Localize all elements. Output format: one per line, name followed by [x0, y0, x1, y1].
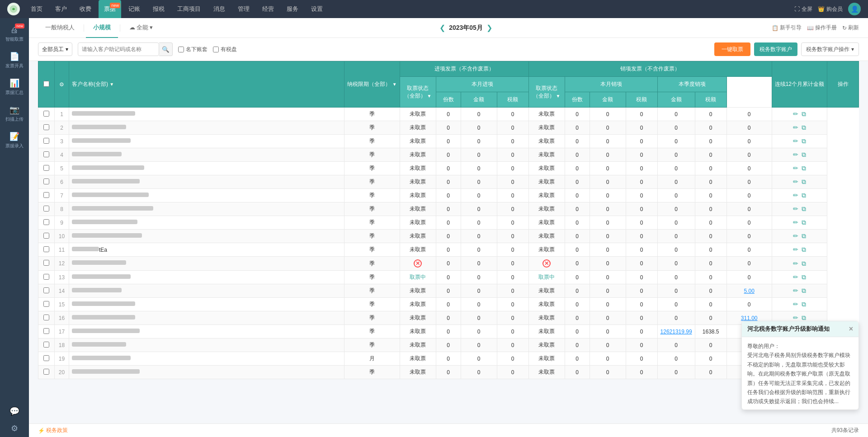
th-group-incoming: 进项发票（不含作废票）	[400, 61, 528, 77]
nav-bookkeeping[interactable]: 记账	[123, 0, 146, 18]
select-all-checkbox[interactable]	[43, 81, 49, 87]
nav-business[interactable]: 工商项目	[172, 0, 206, 18]
row-checkbox[interactable]	[43, 260, 49, 266]
nav-home[interactable]: 首页	[25, 0, 48, 18]
edit-icon[interactable]: ✏	[793, 137, 798, 145]
nav-billing[interactable]: 收费	[74, 0, 97, 18]
row-checkbox[interactable]	[43, 274, 49, 280]
edit-icon[interactable]: ✏	[793, 246, 798, 253]
row-checkbox[interactable]	[43, 355, 49, 361]
copy-icon[interactable]: ⧉	[802, 314, 806, 321]
edit-icon[interactable]: ✏	[793, 110, 798, 117]
row-checkbox[interactable]	[43, 206, 49, 211]
row-checkbox[interactable]	[43, 138, 49, 144]
sidebar-chat[interactable]: 💬	[2, 403, 27, 420]
copy-icon[interactable]: ⧉	[802, 246, 806, 253]
in_count-cell: 0	[436, 189, 461, 202]
copy-icon[interactable]: ⧉	[802, 301, 806, 308]
copy-icon[interactable]: ⧉	[802, 219, 806, 226]
search-input[interactable]	[78, 42, 159, 56]
nav-client[interactable]: 客户	[50, 0, 72, 18]
table-row: 3 季未取票000未取票000000 ✏ ⧉	[38, 135, 859, 148]
sidebar-item-entry[interactable]: 📝 票据录入	[2, 128, 27, 153]
row-checkbox[interactable]	[43, 192, 49, 198]
copy-icon[interactable]: ⧉	[802, 137, 806, 145]
row-checkbox[interactable]	[43, 111, 49, 117]
prev-month-btn[interactable]: ❮	[439, 23, 445, 32]
edit-icon[interactable]: ✏	[793, 314, 798, 321]
search-button[interactable]: 🔍	[159, 42, 173, 56]
row-checkbox[interactable]	[43, 233, 49, 239]
refresh-link[interactable]: ↻ 刷新	[842, 24, 859, 32]
row-checkbox[interactable]	[43, 219, 49, 225]
edit-icon[interactable]: ✏	[793, 232, 798, 240]
row-checkbox[interactable]	[43, 124, 49, 130]
sidebar-item-issue[interactable]: 📄 发票开具	[2, 48, 27, 73]
nav-service[interactable]: 服务	[281, 0, 304, 18]
copy-icon[interactable]: ⧉	[802, 164, 806, 172]
row-checkbox[interactable]	[43, 301, 49, 307]
row-checkbox[interactable]	[43, 246, 49, 252]
edit-icon[interactable]: ✏	[793, 151, 798, 158]
row-checkbox[interactable]	[43, 369, 49, 375]
edit-icon[interactable]: ✏	[793, 301, 798, 308]
nav-manage[interactable]: 管理	[232, 0, 255, 18]
row-checkbox[interactable]	[43, 342, 49, 348]
row-checkbox[interactable]	[43, 315, 49, 320]
nav-message[interactable]: 消息	[208, 0, 231, 18]
user-avatar[interactable]: 👤	[848, 3, 861, 15]
edit-icon[interactable]: ✏	[793, 205, 798, 212]
copy-icon[interactable]: ⧉	[802, 192, 806, 199]
manual-link[interactable]: 📖 操作手册	[807, 24, 837, 32]
one-click-ticket-btn[interactable]: 一键取票	[714, 42, 750, 56]
guide-link[interactable]: 📋 新手引导	[772, 24, 802, 32]
digital-account-btn[interactable]: 税务数字账户	[754, 42, 797, 56]
name-account-checkbox[interactable]: 名下账套	[178, 46, 208, 53]
notification-close-btn[interactable]: ×	[849, 325, 853, 333]
edit-icon[interactable]: ✏	[793, 178, 798, 185]
sidebar-gear[interactable]: ⚙	[2, 420, 27, 437]
tab-small-scale[interactable]: 小规模	[86, 18, 118, 38]
edit-icon[interactable]: ✏	[793, 273, 798, 281]
row-checkbox[interactable]	[43, 287, 49, 293]
client-name-cell	[69, 162, 344, 175]
tab-full[interactable]: ☁ 全能 ▾	[122, 18, 160, 38]
copy-icon[interactable]: ⧉	[802, 151, 806, 158]
employee-select[interactable]: 全部员工 ▾	[38, 42, 72, 56]
copy-icon[interactable]: ⧉	[802, 260, 806, 267]
copy-icon[interactable]: ⧉	[802, 110, 806, 117]
row-checkbox[interactable]	[43, 151, 49, 157]
next-month-btn[interactable]: ❯	[486, 23, 492, 32]
row-checkbox[interactable]	[43, 328, 49, 334]
edit-icon[interactable]: ✏	[793, 260, 798, 267]
name-account-input[interactable]	[178, 47, 184, 52]
row-checkbox[interactable]	[43, 179, 49, 184]
edit-icon[interactable]: ✏	[793, 287, 798, 294]
nav-invoice[interactable]: 票据 new	[99, 0, 121, 18]
edit-icon[interactable]: ✏	[793, 192, 798, 199]
edit-icon[interactable]: ✏	[793, 164, 798, 172]
nav-settings[interactable]: 设置	[306, 0, 328, 18]
nav-ops[interactable]: 经营	[257, 0, 279, 18]
member-btn[interactable]: 👑 购会员	[818, 5, 843, 13]
copy-icon[interactable]: ⧉	[802, 273, 806, 281]
digital-account-op-btn[interactable]: 税务数字账户操作 ▾	[801, 42, 859, 56]
copy-icon[interactable]: ⧉	[802, 124, 806, 131]
tax-policy-link[interactable]: ⚡ 税务政策	[38, 427, 68, 434]
copy-icon[interactable]: ⧉	[802, 178, 806, 185]
copy-icon[interactable]: ⧉	[802, 287, 806, 294]
has-tax-disk-checkbox[interactable]: 有税盘	[213, 46, 237, 53]
sidebar-item-scan[interactable]: 📷 扫描上传	[2, 101, 27, 126]
edit-icon[interactable]: ✏	[793, 219, 798, 226]
has-tax-disk-input[interactable]	[213, 47, 219, 52]
copy-icon[interactable]: ⧉	[802, 205, 806, 212]
client-name-cell	[69, 230, 344, 243]
nav-tax[interactable]: 报税	[147, 0, 170, 18]
edit-icon[interactable]: ✏	[793, 124, 798, 131]
copy-icon[interactable]: ⧉	[802, 232, 806, 240]
sidebar-item-summary[interactable]: 📊 票据汇总	[2, 75, 27, 99]
fullscreen-btn[interactable]: ⛶ 全屏	[794, 5, 812, 13]
tab-general-taxpayer[interactable]: 一般纳税人	[38, 18, 82, 38]
row-checkbox[interactable]	[43, 165, 49, 171]
sidebar-item-smart-ticket[interactable]: 🖨 智能取票 new	[2, 22, 27, 46]
